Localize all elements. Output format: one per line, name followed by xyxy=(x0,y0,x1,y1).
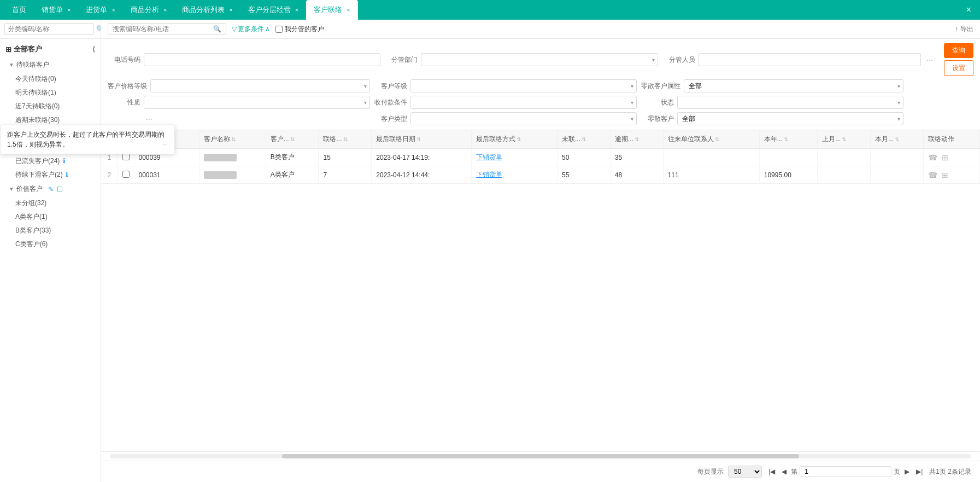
payment-select[interactable] xyxy=(410,96,637,109)
sort-overdue-icon[interactable]: ⇅ xyxy=(635,136,639,142)
sidebar-item-c-class[interactable]: C类客户(6) xyxy=(0,237,101,251)
nav-customer-contact[interactable]: 客户联络 × xyxy=(306,0,357,20)
sort-ctype-icon[interactable]: ⇅ xyxy=(290,136,295,142)
horizontal-scrollbar-track[interactable] xyxy=(110,454,971,458)
nav-close-customer-contact[interactable]: × xyxy=(347,0,350,20)
sidebar-item-tomorrow-pending[interactable]: 明天待联络(1) xyxy=(0,86,101,100)
next-page-button[interactable]: ▶ xyxy=(902,467,912,477)
payment-select-wrapper: ▾ xyxy=(410,96,637,109)
phone-action-icon-1[interactable]: ☎ xyxy=(928,153,937,162)
first-page-button[interactable]: |◀ xyxy=(766,467,777,477)
sort-lmonth-icon[interactable]: ⇅ xyxy=(842,136,846,142)
more-conditions-button[interactable]: ▽ 更多条件 ∧ xyxy=(232,25,270,34)
window-close-button[interactable]: × xyxy=(962,5,976,15)
nav-product-analysis[interactable]: 商品分析 × xyxy=(123,0,174,20)
export-button[interactable]: ↑ 导出 xyxy=(955,25,973,34)
phone-input[interactable] xyxy=(144,53,380,66)
search-icon[interactable]: 🔍 xyxy=(213,25,221,33)
gender-select-wrapper: ▾ xyxy=(144,96,370,109)
sidebar-item-b-class[interactable]: B类客户(33) xyxy=(0,224,101,237)
nav-customer-tier[interactable]: 客户分层经营 × xyxy=(240,0,306,20)
last-contact-link-1[interactable]: 下销货单 xyxy=(476,153,502,161)
sort-name-icon[interactable]: ⇅ xyxy=(231,136,236,142)
filter-bar: 🔍 ▽ 更多条件 ∧ 我分管的客户 ↑ 导出 xyxy=(101,20,980,39)
my-customers-checkbox[interactable] xyxy=(275,26,283,33)
prev-page-button[interactable]: ◀ xyxy=(779,467,789,477)
customer-level-select[interactable] xyxy=(410,79,637,92)
edit-icon[interactable]: ✎ xyxy=(48,185,54,193)
sort-date-icon[interactable]: ⇅ xyxy=(416,136,421,142)
nav-close-purchase-order[interactable]: × xyxy=(112,0,115,20)
calendar-action-icon-2[interactable]: ⊞ xyxy=(942,171,948,179)
settings-button[interactable]: 设置 xyxy=(944,60,973,76)
query-button[interactable]: 查询 xyxy=(944,43,973,58)
horizontal-scrollbar-thumb[interactable] xyxy=(282,454,799,458)
add-icon[interactable]: ☐ xyxy=(57,185,63,193)
row-unreached-2: 55 xyxy=(558,166,611,184)
sort-year-icon[interactable]: ⇅ xyxy=(784,136,788,142)
value-customer-group[interactable]: ▼ 价值客户 ✎ ☐ xyxy=(0,182,101,196)
nav-close-customer-tier[interactable]: × xyxy=(295,0,298,20)
filter-row-3: 性质 ▾ 收付款条件 ▾ 状态 xyxy=(108,96,973,109)
calendar-action-icon-1[interactable]: ⊞ xyxy=(942,153,948,162)
search-input[interactable] xyxy=(113,25,211,33)
nav-purchase-order[interactable]: 进货单 × xyxy=(78,0,122,20)
row-last-contact-method-2[interactable]: 下销货单 xyxy=(471,166,557,184)
all-customers-header[interactable]: ⊞ 全部客户 ⟨ xyxy=(0,41,101,57)
action-icons-2: ☎ ⊞ xyxy=(928,171,975,179)
phone-action-icon-2[interactable]: ☎ xyxy=(928,171,937,179)
sidebar-item-7day-pending[interactable]: 近7天待联络(0) xyxy=(0,100,101,113)
retail-customer-select-wrapper: 全部 ▾ xyxy=(677,112,903,125)
dept-select[interactable] xyxy=(421,53,658,66)
row-num-2: 2 xyxy=(101,166,118,184)
retail-customer-select[interactable]: 全部 xyxy=(677,112,903,125)
sidebar-search-input[interactable] xyxy=(4,23,94,35)
row-select-checkbox-2[interactable] xyxy=(122,171,130,178)
retail-attr-select[interactable]: 全部 xyxy=(684,79,903,92)
gender-select[interactable] xyxy=(144,96,370,109)
table-scroll[interactable]: ⚙ 客户编码⇅ 客户名称⇅ 客户...⇅ 联络...⇅ 最后联络日期⇅ 最后联络… xyxy=(101,130,980,451)
nav-home[interactable]: 首页 xyxy=(4,0,34,20)
row-unreached-1: 50 xyxy=(558,149,611,166)
filter-cell-price-level: 客户价格等级 ▾ xyxy=(108,79,370,92)
sidebar-item-today-pending[interactable]: 今天待联络(0) xyxy=(0,72,101,86)
filter-cell-retail-customer: 零散客户 全部 ▾ xyxy=(641,112,903,125)
pending-contact-group[interactable]: ▼ 待联络客户 xyxy=(0,57,101,72)
customer-name-blur-1 xyxy=(204,154,237,161)
nav-sales-order[interactable]: 销货单 × xyxy=(34,0,78,20)
nav-product-analysis-list[interactable]: 商品分析列表 × xyxy=(174,0,240,20)
sidebar-item-ungroup[interactable]: 未分组(32) xyxy=(0,196,101,210)
row-last-contact-method-1[interactable]: 下销货单 xyxy=(471,149,557,166)
sort-tmonth-icon[interactable]: ⇅ xyxy=(895,136,899,142)
sidebar-item-lost[interactable]: 已流失客户(24) ℹ xyxy=(0,154,101,168)
sidebar-search-icon[interactable]: 🔍 xyxy=(96,25,101,33)
sort-unreached-icon[interactable]: ⇅ xyxy=(582,136,586,142)
row-unit-contact-2: 111 xyxy=(663,166,759,184)
col-this-month: 本月...⇅ xyxy=(870,130,923,149)
sort-contact-icon[interactable]: ⇅ xyxy=(343,136,348,142)
price-level-select[interactable] xyxy=(150,79,370,92)
sort-unit-icon[interactable]: ⇅ xyxy=(715,136,719,142)
last-page-button[interactable]: ▶| xyxy=(914,467,925,477)
row-name-1 xyxy=(199,149,266,166)
row4-more-button[interactable]: ··· xyxy=(144,114,155,123)
pagination: 每页显示 50 |◀ ◀ 第 页 ▶ ▶| 共1页 2条记录 xyxy=(101,461,980,482)
sort-method-icon[interactable]: ⇅ xyxy=(517,136,521,142)
customer-level-select-wrapper: ▾ xyxy=(410,79,637,92)
status-select-wrapper: ▾ xyxy=(677,96,903,109)
status-select[interactable] xyxy=(677,96,903,109)
row-last-contact-date-1: 2023-04-17 14:19: xyxy=(372,149,472,166)
nav-close-sales-order[interactable]: × xyxy=(67,0,71,20)
page-number-input[interactable] xyxy=(800,466,891,477)
manager-input[interactable] xyxy=(699,53,922,66)
manager-more-button[interactable]: ··· xyxy=(924,55,935,64)
last-contact-link-2[interactable]: 下销货单 xyxy=(476,171,502,178)
sidebar-item-declining[interactable]: 持续下滑客户(2) ℹ xyxy=(0,168,101,182)
customer-type-select[interactable] xyxy=(410,112,637,125)
per-page-select[interactable]: 50 xyxy=(728,466,762,478)
nav-close-product-analysis[interactable]: × xyxy=(163,0,167,20)
nav-close-product-analysis-list[interactable]: × xyxy=(229,0,232,20)
row-checkbox-2[interactable] xyxy=(118,166,134,184)
sidebar-item-a-class[interactable]: A类客户(1) xyxy=(0,210,101,224)
table-row: 1 000039 B类客户 15 2023-04-17 14:19: 下销货单 … xyxy=(101,149,980,166)
